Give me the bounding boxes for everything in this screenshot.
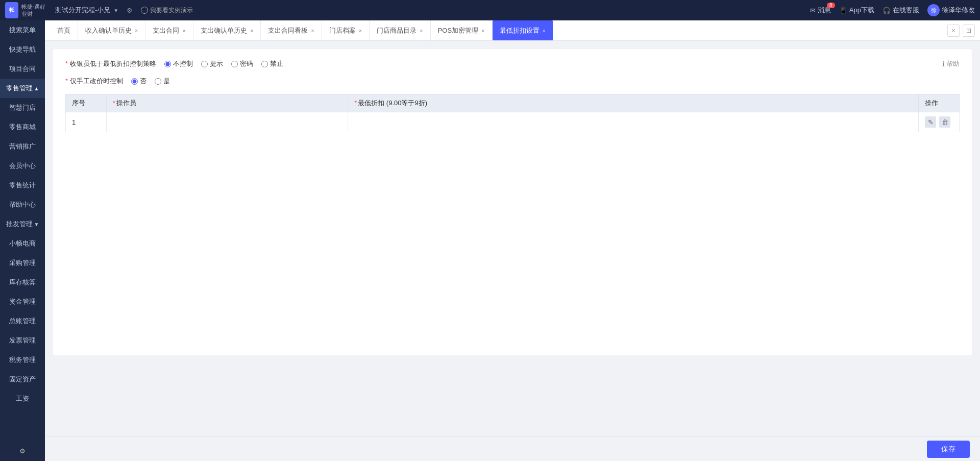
tab-store-product-catalog[interactable]: 门店商品目录 × xyxy=(370,20,430,41)
required-star-discount: * xyxy=(354,99,357,107)
tab-store-product-catalog-close[interactable]: × xyxy=(420,28,423,34)
sidebar-item-member-center[interactable]: 会员中心 xyxy=(0,156,45,176)
demo-circle-icon xyxy=(141,7,148,14)
app-download-button[interactable]: 📱 App下载 xyxy=(839,6,874,15)
required-star-operator: * xyxy=(113,99,115,107)
sidebar-item-retail-mall[interactable]: 零售商城 xyxy=(0,117,45,137)
tab-payment-confirm-history-close[interactable]: × xyxy=(250,28,253,34)
logo: 帐 帐捷·遇好业财 xyxy=(5,2,50,18)
cell-seq: 1 xyxy=(66,112,107,132)
col-header-seq: 序号 xyxy=(66,94,107,112)
tab-pos-password-mgmt-close[interactable]: × xyxy=(481,28,484,34)
tab-payment-contract-label: 支出合同 xyxy=(153,26,179,35)
user-name: 徐泽华修改 xyxy=(942,6,975,15)
sidebar-item-quick-nav[interactable]: 快捷导航 xyxy=(0,40,45,59)
tab-payment-confirm-history-label: 支出确认单历史 xyxy=(201,26,247,35)
customer-service-label: 在线客服 xyxy=(893,6,919,15)
save-button[interactable]: 保存 xyxy=(927,441,970,458)
chevron-up-icon: ▲ xyxy=(34,86,39,91)
project-selector[interactable]: 测试分开完程-小兄 ▼ xyxy=(55,6,118,15)
radio-no-control-label: 不控制 xyxy=(173,59,193,68)
page-content: 收银员低于最低折扣控制策略 不控制 提示 密码 xyxy=(45,41,980,436)
tab-payment-contract-board[interactable]: 支出合同看板 × xyxy=(261,20,322,41)
radio-no[interactable]: 否 xyxy=(131,77,146,86)
sidebar-item-retail-stats[interactable]: 零售统计 xyxy=(0,176,45,195)
tab-min-discount-setting-close[interactable]: × xyxy=(543,28,546,34)
sidebar-item-search[interactable]: 搜索菜单 xyxy=(0,20,45,40)
message-icon: ✉ xyxy=(810,7,816,14)
sidebar-item-marketing[interactable]: 营销推广 xyxy=(0,137,45,156)
help-link[interactable]: ℹ 帮助 xyxy=(942,59,960,68)
tab-income-confirm-history-close[interactable]: × xyxy=(135,28,138,34)
project-name: 测试分开完程-小兄 xyxy=(55,6,110,15)
edit-icon[interactable]: ✎ xyxy=(925,116,936,128)
radio-password-input[interactable] xyxy=(231,61,238,67)
radio-yes-input[interactable] xyxy=(155,78,161,85)
tab-min-discount-setting[interactable]: 最低折扣设置 × xyxy=(493,20,553,41)
user-menu[interactable]: 徐 徐泽华修改 xyxy=(927,4,975,16)
tab-home-label: 首页 xyxy=(57,26,70,35)
sidebar-item-salary[interactable]: 工资 xyxy=(0,389,45,408)
tab-store-archive-close[interactable]: × xyxy=(359,28,362,34)
radio-hint[interactable]: 提示 xyxy=(201,59,223,68)
chevron-down-icon: ▼ xyxy=(34,222,39,227)
sidebar-item-project-contract[interactable]: 项目合同 xyxy=(0,59,45,79)
sidebar-item-smart-store[interactable]: 智慧门店 xyxy=(0,98,45,117)
radio-no-label: 否 xyxy=(140,77,146,86)
sidebar-item-purchase-mgmt[interactable]: 采购管理 xyxy=(0,253,45,273)
tab-pos-password-mgmt-label: POS加密管理 xyxy=(438,26,478,35)
radio-hint-input[interactable] xyxy=(201,61,208,67)
radio-password[interactable]: 密码 xyxy=(231,59,253,68)
sidebar-item-invoice-mgmt[interactable]: 发票管理 xyxy=(0,331,45,350)
radio-password-label: 密码 xyxy=(240,59,253,68)
tab-income-confirm-history-label: 收入确认单历史 xyxy=(85,26,132,35)
radio-no-control[interactable]: 不控制 xyxy=(164,59,193,68)
tab-payment-contract-board-close[interactable]: × xyxy=(311,28,314,34)
sidebar-item-retail-mgmt[interactable]: 零售管理▲ xyxy=(0,79,45,98)
tab-more-button[interactable]: ⊡ xyxy=(963,25,975,37)
top-bar: 帐 帐捷·遇好业财 测试分开完程-小兄 ▼ ⚙ 我要看实例演示 ✉ 消息 8 📱… xyxy=(0,0,980,20)
tab-income-confirm-history[interactable]: 收入确认单历史 × xyxy=(78,20,145,41)
sidebar-item-ecommerce[interactable]: 小畅电商 xyxy=(0,234,45,253)
col-header-operator: *操作员 xyxy=(107,94,348,112)
sidebar-gear-button[interactable]: ⚙ xyxy=(0,441,45,461)
tab-payment-contract[interactable]: 支出合同 × xyxy=(145,20,193,41)
radio-ban-input[interactable] xyxy=(261,61,268,67)
message-button[interactable]: ✉ 消息 8 xyxy=(810,6,831,15)
tab-store-archive[interactable]: 门店档案 × xyxy=(322,20,370,41)
avatar: 徐 xyxy=(927,4,940,16)
sidebar-item-ledger-mgmt[interactable]: 总账管理 xyxy=(0,311,45,331)
sidebar-item-tax-mgmt[interactable]: 税务管理 xyxy=(0,350,45,370)
col-header-min-discount: *最低折扣 (9.00等于9折) xyxy=(348,94,919,112)
field1-radio-group: 不控制 提示 密码 禁止 xyxy=(164,59,283,68)
help-icon: ℹ xyxy=(942,60,945,68)
chevron-down-icon: ▼ xyxy=(113,8,118,13)
radio-hint-label: 提示 xyxy=(210,59,223,68)
radio-no-input[interactable] xyxy=(131,78,138,85)
sidebar-item-help-center[interactable]: 帮助中心 xyxy=(0,195,45,214)
form-row-1: 收银员低于最低折扣控制策略 不控制 提示 密码 xyxy=(65,59,960,68)
tab-payment-contract-close[interactable]: × xyxy=(182,28,185,34)
content-area: 首页 收入确认单历史 × 支出合同 × 支出确认单历史 × 支出合同看板 × 门… xyxy=(45,20,980,461)
radio-no-control-input[interactable] xyxy=(164,61,171,67)
tab-pos-password-mgmt[interactable]: POS加密管理 × xyxy=(431,20,493,41)
delete-icon[interactable]: 🗑 xyxy=(939,116,950,128)
sidebar-item-capital-mgmt[interactable]: 资金管理 xyxy=(0,292,45,311)
radio-yes[interactable]: 是 xyxy=(155,77,170,86)
cell-min-discount xyxy=(348,112,919,132)
sidebar: 搜索菜单 快捷导航 项目合同 零售管理▲ 智慧门店 零售商城 营销推广 会员中心… xyxy=(0,20,45,461)
sidebar-item-inventory[interactable]: 库存核算 xyxy=(0,273,45,292)
sidebar-item-fixed-assets[interactable]: 固定资产 xyxy=(0,370,45,389)
tab-close-all-button[interactable]: × xyxy=(947,25,960,37)
field2-label: 仅手工改价时控制 xyxy=(65,77,123,86)
tab-home[interactable]: 首页 xyxy=(50,20,78,41)
tab-payment-confirm-history[interactable]: 支出确认单历史 × xyxy=(193,20,261,41)
customer-service-button[interactable]: 🎧 在线客服 xyxy=(883,6,919,15)
sidebar-item-batch-mgmt[interactable]: 批发管理▼ xyxy=(0,214,45,234)
demo-link[interactable]: 我要看实例演示 xyxy=(141,6,193,15)
help-label: 帮助 xyxy=(946,59,960,68)
tab-store-product-catalog-label: 门店商品目录 xyxy=(377,26,416,35)
settings-icon[interactable]: ⚙ xyxy=(124,4,136,16)
radio-ban[interactable]: 禁止 xyxy=(261,59,283,68)
sidebar-bottom: ⚙ xyxy=(0,441,45,461)
